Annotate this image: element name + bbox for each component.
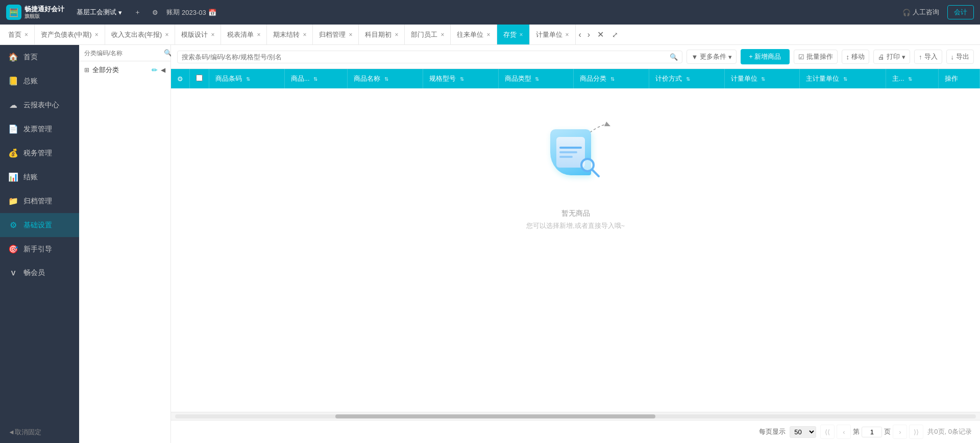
tab-income-statement[interactable]: 收入支出表(年报) × bbox=[105, 25, 176, 45]
account-button[interactable]: 会计 bbox=[947, 5, 974, 19]
sort-icon[interactable]: ⇅ bbox=[535, 76, 539, 82]
move-button[interactable]: ↕ 移动 bbox=[842, 50, 870, 64]
tab-balance-sheet[interactable]: 资产负债表(中期) × bbox=[35, 25, 105, 45]
tab-close-icon[interactable]: × bbox=[395, 31, 398, 38]
tab-close-icon[interactable]: × bbox=[24, 31, 28, 38]
tab-prev-button[interactable]: ‹ bbox=[576, 25, 584, 45]
svg-line-2 bbox=[592, 170, 599, 176]
sort-icon[interactable]: ⇅ bbox=[313, 76, 317, 82]
last-page-button[interactable]: ⟩⟩ bbox=[909, 425, 923, 439]
add-tab-button[interactable]: ＋ bbox=[131, 6, 144, 19]
tab-close-icon[interactable]: × bbox=[257, 31, 260, 38]
sidebar-collapse-button[interactable]: ◄取消固定 bbox=[0, 422, 79, 443]
tab-transactions[interactable]: 往来单位 × bbox=[451, 25, 497, 45]
column-code[interactable]: 商品... ⇅ bbox=[284, 69, 348, 88]
tab-close-icon[interactable]: × bbox=[211, 31, 214, 38]
sidebar-item-invoice[interactable]: 📄 发票管理 bbox=[0, 117, 79, 141]
tab-close-icon[interactable]: × bbox=[303, 31, 306, 38]
prev-page-button[interactable]: ‹ bbox=[837, 425, 851, 439]
category-search-input[interactable] bbox=[84, 50, 161, 57]
next-page-button[interactable]: › bbox=[893, 425, 907, 439]
product-search-button[interactable]: 🔍 bbox=[670, 53, 678, 61]
tab-period-transfer[interactable]: 期末结转 × bbox=[267, 25, 313, 45]
tab-close-icon[interactable]: × bbox=[165, 31, 168, 38]
tab-subject-init[interactable]: 科目期初 × bbox=[359, 25, 405, 45]
sort-icon[interactable]: ⇅ bbox=[843, 76, 847, 82]
empty-state: 暂无商品 您可以选择新增,或者直接导入哦~ bbox=[171, 88, 980, 261]
tab-close-all-button[interactable]: ✕ bbox=[593, 25, 608, 45]
tab-unit[interactable]: 计量单位 × bbox=[530, 25, 576, 45]
column-name[interactable]: 商品名称 ⇅ bbox=[348, 69, 423, 88]
sidebar-item-closing[interactable]: 📊 结账 bbox=[0, 165, 79, 189]
sort-icon[interactable]: ⇅ bbox=[761, 76, 765, 82]
import-icon: ↑ bbox=[919, 53, 922, 61]
export-button[interactable]: ↓ 导出 bbox=[946, 50, 974, 64]
tab-close-icon[interactable]: × bbox=[520, 31, 523, 38]
column-category[interactable]: 商品分类 ⇅ bbox=[574, 69, 649, 88]
column-checkbox[interactable] bbox=[190, 69, 209, 88]
add-product-button[interactable]: + 新增商品 bbox=[741, 49, 789, 64]
column-spec[interactable]: 规格型号 ⇅ bbox=[423, 69, 498, 88]
print-button[interactable]: 🖨 打印 ▾ bbox=[873, 50, 910, 64]
tab-close-icon[interactable]: × bbox=[440, 31, 444, 38]
calendar-icon[interactable]: 📅 bbox=[208, 9, 216, 16]
tab-inventory[interactable]: 存货 × bbox=[497, 25, 530, 45]
sort-icon[interactable]: ⇅ bbox=[460, 76, 464, 82]
tab-next-button[interactable]: › bbox=[584, 25, 593, 45]
page-size-select[interactable]: 50 10 20 100 bbox=[790, 426, 816, 438]
page-number-input[interactable] bbox=[862, 427, 882, 437]
filter-label: 更多条件 bbox=[700, 52, 726, 61]
sidebar-item-basic-settings[interactable]: ⚙ 基础设置 bbox=[0, 213, 79, 237]
column-main-unit[interactable]: 主计量单位 ⇅ bbox=[800, 69, 886, 88]
sidebar-item-tax[interactable]: 💰 税务管理 bbox=[0, 141, 79, 165]
horizontal-scrollbar[interactable] bbox=[171, 412, 980, 420]
tab-dept-staff[interactable]: 部门员工 × bbox=[405, 25, 451, 45]
tab-close-icon[interactable]: × bbox=[486, 31, 490, 38]
scrollbar-thumb[interactable] bbox=[335, 414, 656, 418]
filter-button[interactable]: ▼ 更多条件 ▾ bbox=[687, 50, 737, 64]
tab-close-icon[interactable]: × bbox=[95, 31, 99, 38]
sort-icon[interactable]: ⇅ bbox=[908, 76, 912, 82]
tab-template-design[interactable]: 模版设计 × bbox=[175, 25, 221, 45]
sidebar-item-home[interactable]: 🏠 首页 bbox=[0, 45, 79, 69]
column-main-abbr[interactable]: 主... ⇅ bbox=[886, 69, 938, 88]
settings-button[interactable]: ⚙ bbox=[149, 7, 161, 18]
tab-close-icon[interactable]: × bbox=[566, 31, 569, 38]
batch-operation-button[interactable]: ☑ 批量操作 bbox=[794, 50, 838, 64]
scroll-line-2 bbox=[559, 151, 577, 153]
column-pricing[interactable]: 计价方式 ⇅ bbox=[649, 69, 725, 88]
collapse-panel-icon[interactable]: ◀ bbox=[161, 66, 165, 74]
sort-icon[interactable]: ⇅ bbox=[384, 76, 388, 82]
column-unit[interactable]: 计量单位 ⇅ bbox=[724, 69, 800, 88]
sidebar-item-guide[interactable]: 🎯 新手引导 bbox=[0, 237, 79, 261]
product-search-input[interactable] bbox=[182, 53, 667, 61]
human-service-button[interactable]: 🎧 人工咨询 bbox=[898, 6, 943, 19]
sidebar-item-membership[interactable]: V 畅会员 bbox=[0, 261, 79, 285]
column-type[interactable]: 商品类型 ⇅ bbox=[498, 69, 574, 88]
tab-archive-mgmt[interactable]: 归档管理 × bbox=[313, 25, 359, 45]
sidebar-label: 发票管理 bbox=[23, 125, 52, 134]
sort-icon[interactable]: ⇅ bbox=[246, 76, 250, 82]
document-icon-wrapper bbox=[545, 124, 606, 185]
sidebar-item-cloud-report[interactable]: ☁ 云报表中心 bbox=[0, 93, 79, 117]
tab-home[interactable]: 首页 × bbox=[2, 25, 35, 45]
edit-icon[interactable]: ✏ bbox=[152, 66, 158, 74]
product-search-bar: 🔍 bbox=[177, 51, 682, 63]
import-button[interactable]: ↑ 导入 bbox=[914, 50, 942, 64]
first-page-button[interactable]: ⟨⟨ bbox=[820, 425, 835, 439]
column-config[interactable]: ⚙ bbox=[171, 69, 190, 88]
sort-icon[interactable]: ⇅ bbox=[686, 76, 690, 82]
tab-close-icon[interactable]: × bbox=[349, 31, 352, 38]
sidebar-item-archive[interactable]: 📁 归档管理 bbox=[0, 189, 79, 213]
company-selector[interactable]: 基层工会测试 ▾ bbox=[72, 6, 126, 19]
sort-icon[interactable]: ⇅ bbox=[610, 76, 615, 82]
category-all-label[interactable]: 全部分类 bbox=[92, 65, 149, 75]
move-label: 移动 bbox=[851, 52, 865, 61]
tab-tax-list[interactable]: 税表清单 × bbox=[221, 25, 267, 45]
page-label: 第 bbox=[853, 427, 860, 436]
sidebar-item-ledger[interactable]: 📒 总账 bbox=[0, 69, 79, 93]
page-size-dropdown[interactable]: 50 10 20 100 bbox=[790, 426, 816, 438]
tab-expand-button[interactable]: ⤢ bbox=[608, 25, 622, 45]
select-all-checkbox[interactable] bbox=[196, 75, 203, 81]
column-barcode[interactable]: 商品条码 ⇅ bbox=[209, 69, 285, 88]
